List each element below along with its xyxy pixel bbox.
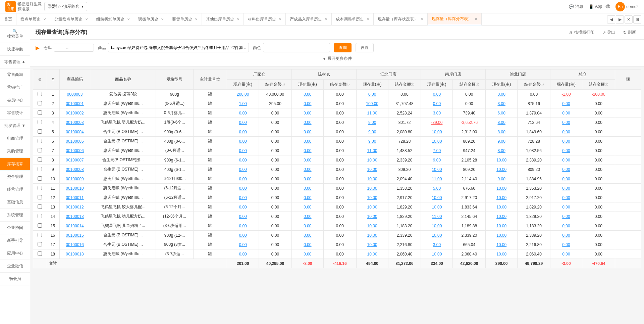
row-factory-stock: 0.00 <box>227 193 259 202</box>
close-icon[interactable]: ✕ <box>325 17 327 21</box>
app-download-btn[interactable]: 📱 App下载 <box>589 4 610 9</box>
dots-icon[interactable]: ... <box>65 45 71 50</box>
sidebar-item-search[interactable]: 🔍 搜索英单 <box>0 26 30 43</box>
row-checkbox[interactable] <box>33 165 46 174</box>
close-icon[interactable]: ✕ <box>161 17 164 21</box>
sidebar-item-inventory[interactable]: 库存核算 <box>0 158 30 171</box>
row-checkbox[interactable] <box>33 90 46 99</box>
row-checkbox[interactable] <box>33 240 46 249</box>
row-checkbox[interactable] <box>33 155 46 165</box>
row-checkbox[interactable] <box>33 249 46 259</box>
sidebar-item-operations[interactable]: 经营管理 <box>0 183 30 196</box>
sidebar-item-enterprise[interactable]: 企业协同 <box>0 222 30 234</box>
sidebar-item-quicknav[interactable]: 快捷导航 <box>0 43 30 56</box>
th-yubeimen-stock: 现存量(主) <box>486 80 518 90</box>
close-icon[interactable]: ✕ <box>475 17 477 21</box>
tab-close-btn[interactable]: ✕ <box>625 15 633 24</box>
tab-pandian[interactable]: 盘点单历史 ✕ <box>16 13 50 26</box>
th-settings[interactable]: ⚙ <box>33 70 46 90</box>
message-btn[interactable]: 💬 消息 <box>569 4 583 9</box>
row-checkbox[interactable] <box>33 137 46 146</box>
tab-yaohuo[interactable]: 要货单历史 ✕ <box>168 13 202 26</box>
tab-fenliang[interactable]: 分量盘点单历史 ✕ <box>50 13 92 26</box>
sidebar-item-retail-mgmt[interactable]: 零售管理 ▲ <box>0 56 30 68</box>
row-checkbox[interactable] <box>33 202 46 212</box>
refresh-btn[interactable]: ↻ 刷新 <box>621 28 639 37</box>
table-row: 2 00100001 惠氏启赋 (Wyeth illu... (0-6月适...… <box>33 99 641 108</box>
product-input[interactable] <box>108 43 249 52</box>
row-jiangbei-bal: 1,829.20 <box>388 212 421 221</box>
row-checkbox[interactable] <box>33 174 46 184</box>
row-factory-bal: 0.00 <box>259 184 292 193</box>
sidebar-item-marketing[interactable]: 营销推广 <box>0 81 30 94</box>
sidebar-item-weixin[interactable]: 企业微信 <box>0 260 30 273</box>
message-icon: 💬 <box>569 4 574 9</box>
row-chenmao-bal: 0.00 <box>323 90 356 99</box>
tab-qitachu[interactable]: 其他出库单历史 ✕ <box>202 13 244 26</box>
row-checkbox[interactable] <box>33 108 46 118</box>
filter-toggle-btn[interactable]: ▶ <box>36 45 40 51</box>
row-checkbox[interactable] <box>33 127 46 137</box>
row-checkbox[interactable] <box>33 146 46 155</box>
row-factory-bal: 0.00 <box>259 118 292 127</box>
tab-cailiao[interactable]: 材料出库单历史 ✕ <box>244 13 286 26</box>
table-row: 12 00100011 惠氏启赋 (Wyeth illu... (6-12月适.… <box>33 193 641 202</box>
row-chenmao-stock: 0.00 <box>291 146 323 155</box>
color-input[interactable] <box>263 43 330 52</box>
close-icon[interactable]: ✕ <box>85 17 88 21</box>
row-spec: (12-36个月... <box>156 212 194 221</box>
sidebar-item-guide[interactable]: 新手引导 <box>0 234 30 247</box>
sidebar-item-member[interactable]: 会员中心 <box>0 94 30 107</box>
warehouse-selector[interactable]: ... <box>54 44 94 52</box>
row-checkbox[interactable] <box>33 184 46 193</box>
row-nanan-stock: 11.00 <box>421 212 453 221</box>
tab-xiancun-kuangtai[interactable]: 现存量（库存状况表） ✕ <box>374 13 428 26</box>
tab-home[interactable]: 首页 <box>0 13 16 26</box>
row-checkbox[interactable] <box>33 99 46 108</box>
industry-selector[interactable]: 母婴行业演示陈套 ▼ <box>44 2 87 11</box>
export-btn[interactable]: ↗ 导出 <box>600 28 618 37</box>
tab-chengben[interactable]: 成本调整单历史 ✕ <box>332 13 374 26</box>
sidebar-item-basic-info[interactable]: 基础信息 <box>0 196 30 209</box>
settings-button[interactable]: 设置 <box>356 43 374 52</box>
row-checkbox[interactable] <box>33 221 46 231</box>
print-btn[interactable]: 🖨 按模板打印 <box>566 28 597 37</box>
sidebar-item-system[interactable]: 系统管理 <box>0 209 30 222</box>
row-yubeimen-bal: 875.16 <box>518 99 550 108</box>
settings-icon[interactable]: ⚙ <box>38 77 42 82</box>
sidebar-item-retail-mall[interactable]: 零售商城 <box>0 68 30 81</box>
close-icon[interactable]: ✕ <box>279 17 281 21</box>
sidebar-item-member2[interactable]: 畅会员 <box>0 273 30 285</box>
close-icon[interactable]: ✕ <box>237 17 239 21</box>
row-checkbox[interactable] <box>33 118 46 127</box>
tab-prev-btn[interactable]: ◀ <box>607 15 615 24</box>
sidebar-item-wholesale[interactable]: 批发管理 ▼ <box>0 120 30 132</box>
tab-expand-btn[interactable]: ⊞ <box>633 15 641 24</box>
tab-chancheng[interactable]: 产成品入库单历史 ✕ <box>286 13 332 26</box>
row-checkbox[interactable] <box>33 231 46 240</box>
close-icon[interactable]: ✕ <box>195 17 198 21</box>
tab-next-btn[interactable]: ▶ <box>616 15 624 24</box>
user-area[interactable]: Ea demo2 <box>615 2 639 11</box>
expand-conditions-btn[interactable]: ▼ 展开更多条件 <box>320 54 355 63</box>
row-factory-stock: 0.00 <box>227 146 259 155</box>
tab-zuzhe[interactable]: 组装折卸单历史 ✕ <box>92 13 134 26</box>
table-row: 10 00100009 惠氏启赋 (Wyeth illu... 6-12月900… <box>33 174 641 184</box>
close-icon[interactable]: ✕ <box>127 17 130 21</box>
sidebar-item-purchase[interactable]: 采购管理 <box>0 145 30 158</box>
row-yubeimen-bal: 2,060.40 <box>518 249 550 259</box>
close-icon[interactable]: ✕ <box>43 17 46 21</box>
logo-area: 好生意 畅捷通好生意 标准版 <box>5 1 42 12</box>
close-icon[interactable]: ✕ <box>367 17 369 21</box>
close-icon[interactable]: ✕ <box>421 17 423 21</box>
tab-xiancun-fenbu[interactable]: 现存量（库存分布表） ✕ <box>428 13 482 26</box>
tab-diaobo[interactable]: 调拨单历史 ✕ <box>134 13 168 26</box>
sidebar-item-finance[interactable]: 资金管理 <box>0 171 30 183</box>
row-checkbox[interactable] <box>33 212 46 221</box>
footer-nanan-bal: 42,620.08 <box>453 259 486 268</box>
query-button[interactable]: 查询 <box>334 43 352 52</box>
sidebar-item-apps[interactable]: 应用中心 <box>0 247 30 260</box>
sidebar-item-ecommerce[interactable]: 电商管理 <box>0 132 30 145</box>
row-checkbox[interactable] <box>33 193 46 202</box>
sidebar-item-retail-stats[interactable]: 零售统计 <box>0 107 30 120</box>
